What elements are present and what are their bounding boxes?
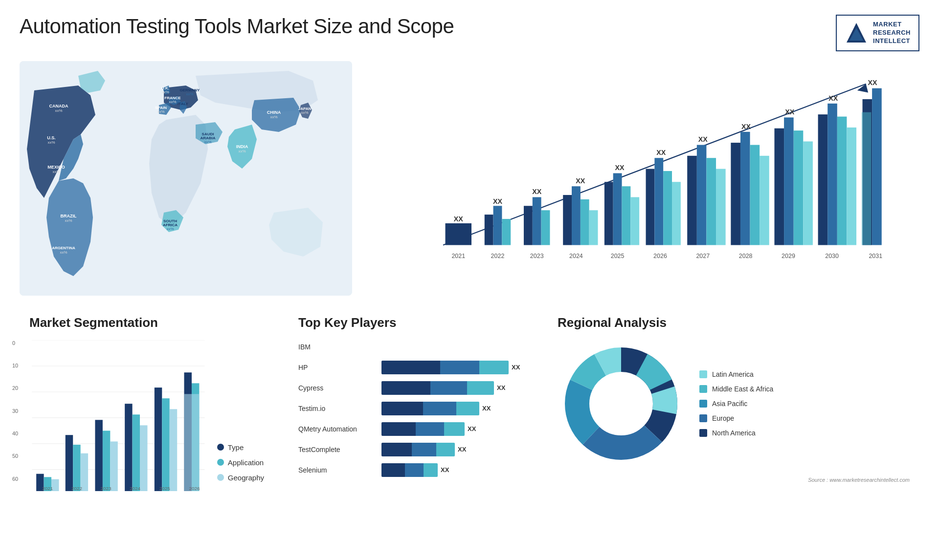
reg-dot-mea	[699, 385, 707, 393]
svg-text:2026: 2026	[653, 253, 667, 259]
svg-text:2025: 2025	[159, 485, 171, 491]
svg-rect-83	[803, 141, 813, 245]
player-bar-hp	[381, 361, 509, 374]
svg-text:xx%: xx%	[238, 149, 246, 153]
reg-legend-europe: Europe	[699, 414, 773, 422]
svg-rect-41	[493, 206, 502, 245]
svg-rect-120	[162, 398, 169, 491]
player-row-cypress: Cypress XX	[298, 381, 523, 395]
svg-rect-113	[110, 441, 117, 491]
svg-rect-125	[184, 394, 200, 491]
logo: MARKET RESEARCH INTELLECT	[836, 15, 919, 51]
svg-text:2023: 2023	[530, 253, 544, 259]
svg-rect-76	[750, 145, 760, 245]
svg-rect-77	[760, 155, 769, 245]
svg-rect-58	[622, 186, 631, 245]
svg-rect-112	[103, 431, 110, 491]
svg-text:U.S.: U.S.	[47, 135, 56, 140]
svg-text:xx%: xx%	[186, 92, 193, 96]
svg-rect-57	[613, 173, 622, 245]
svg-rect-52	[581, 199, 589, 245]
player-name-testcomplete: TestComplete	[298, 446, 377, 453]
svg-rect-69	[697, 145, 707, 245]
player-bar-testim	[381, 402, 479, 415]
legend-label-application: Application	[228, 458, 264, 467]
svg-rect-80	[774, 128, 784, 245]
svg-text:XX: XX	[785, 108, 795, 116]
svg-rect-94	[862, 112, 872, 245]
svg-text:2021: 2021	[451, 253, 465, 259]
player-row-ibm: IBM	[298, 340, 523, 354]
players-section: Top Key Players IBM HP XX Cypress	[289, 310, 533, 516]
reg-label-mea: Middle East & Africa	[712, 385, 773, 393]
reg-label-asia-pacific: Asia Pacific	[712, 400, 747, 408]
reg-legend-mea: Middle East & Africa	[699, 385, 773, 393]
svg-rect-65	[672, 182, 681, 245]
svg-text:XX: XX	[454, 215, 464, 222]
svg-rect-51	[572, 186, 581, 245]
player-name-testim: Testim.io	[298, 405, 377, 412]
bar-chart-svg: XX 2021 XX 2022 XX 2023 XX 2024	[391, 71, 905, 271]
seg-legend: Type Application Geography	[217, 443, 264, 496]
svg-text:XX: XX	[698, 135, 708, 143]
svg-rect-40	[485, 215, 493, 245]
player-bar-cypress	[381, 381, 494, 395]
svg-rect-71	[716, 169, 726, 245]
svg-text:2030: 2030	[825, 253, 839, 259]
svg-rect-81	[784, 117, 794, 245]
player-val-qmetry: XX	[468, 425, 476, 432]
svg-text:2029: 2029	[782, 253, 795, 259]
legend-dot-geography	[217, 474, 224, 481]
svg-text:2026: 2026	[189, 485, 200, 491]
player-bar-selenium	[381, 463, 438, 477]
svg-rect-107	[66, 435, 73, 491]
svg-text:XX: XX	[741, 122, 751, 130]
svg-rect-37	[446, 223, 471, 245]
svg-text:XX: XX	[532, 188, 542, 195]
page-title: Automation Testing Tools Market Size and…	[20, 15, 454, 38]
reg-label-europe: Europe	[712, 414, 734, 422]
svg-rect-70	[706, 158, 716, 245]
reg-legend-latin-america: Latin America	[699, 370, 773, 378]
player-name-hp: HP	[298, 364, 377, 371]
svg-rect-115	[125, 404, 132, 491]
svg-rect-116	[133, 414, 140, 491]
svg-text:2022: 2022	[491, 253, 505, 259]
player-row-selenium: Selenium XX	[298, 463, 523, 477]
svg-rect-50	[563, 195, 572, 245]
svg-text:xx%: xx%	[166, 227, 174, 231]
svg-text:INDIA: INDIA	[236, 144, 248, 149]
reg-dot-latin-america	[699, 370, 707, 378]
reg-label-north-america: North America	[712, 429, 756, 437]
svg-text:xx%: xx%	[270, 115, 277, 119]
reg-legend-asia-pacific: Asia Pacific	[699, 400, 773, 408]
reg-dot-asia-pacific	[699, 400, 707, 408]
segmentation-chart: 60 50 40 30 20 10 0	[29, 340, 207, 496]
svg-rect-53	[589, 210, 598, 245]
player-row-qmetry: QMetry Automation XX	[298, 422, 523, 436]
logo-text: MARKET RESEARCH INTELLECT	[873, 21, 911, 45]
regional-section: Regional Analysis	[548, 310, 919, 516]
reg-label-latin-america: Latin America	[712, 370, 754, 378]
segmentation-title: Market Segmentation	[29, 315, 264, 330]
svg-rect-42	[502, 219, 511, 245]
svg-text:MEXICO: MEXICO	[47, 165, 65, 170]
svg-text:XX: XX	[656, 149, 666, 156]
logo-icon	[845, 21, 868, 44]
player-row-hp: HP XX	[298, 361, 523, 374]
donut-chart	[558, 340, 685, 467]
svg-text:xx%: xx%	[161, 90, 169, 94]
svg-rect-88	[837, 116, 847, 245]
player-val-cypress: XX	[497, 384, 505, 391]
svg-rect-75	[740, 131, 750, 245]
player-name-qmetry: QMetry Automation	[298, 425, 377, 433]
svg-text:2021: 2021	[42, 485, 53, 491]
svg-rect-82	[794, 130, 804, 245]
svg-text:xx%: xx%	[60, 250, 67, 255]
svg-rect-121	[170, 409, 177, 491]
players-title: Top Key Players	[298, 315, 523, 330]
svg-rect-68	[687, 155, 697, 245]
regional-legend: Latin America Middle East & Africa Asia …	[699, 370, 773, 437]
svg-text:CANADA: CANADA	[49, 104, 68, 108]
svg-text:XX: XX	[868, 79, 878, 86]
